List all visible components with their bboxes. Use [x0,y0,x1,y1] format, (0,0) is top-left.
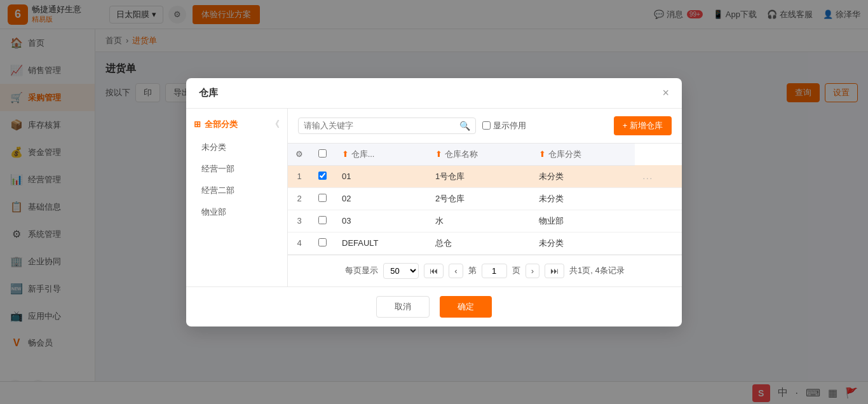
row-category: 未分类 [531,165,635,187]
col-name-header: ⬆ 仓库名称 [428,144,531,166]
first-page-button[interactable]: ⏮ [424,264,444,278]
row-name: 2号仓库 [428,187,531,210]
warehouse-table: ⚙ ⬆ 仓库... ⬆ [288,144,682,255]
category-item-0[interactable]: 未分类 [186,137,287,158]
prev-page-button[interactable]: ‹ [449,264,463,278]
col-checkbox-header [311,144,334,166]
sort-icon: ⬆ [342,149,349,159]
category-item-1[interactable]: 经营一部 [186,158,287,180]
category-all-label: 全部分类 [205,119,238,130]
row-select-checkbox[interactable] [318,172,327,180]
row-checkbox[interactable] [311,210,334,232]
row-select-checkbox[interactable] [318,238,327,246]
add-warehouse-button[interactable]: + 新增仓库 [614,116,672,135]
row-num: 3 [288,210,311,232]
sort-icon-name: ⬆ [435,149,442,159]
table-body: 1 01 1号仓库 未分类 ... 2 02 2号仓库 未分类 3 03 水 物… [288,165,682,254]
row-category: 未分类 [531,187,635,210]
pagination-summary: 共1页, 4条记录 [569,265,625,276]
per-page-label: 每页显示 [345,265,378,276]
cancel-button[interactable]: 取消 [376,296,430,318]
search-box: 🔍 [298,118,476,134]
last-page-button[interactable]: ⏭ [545,264,564,278]
per-page-select[interactable]: 50 20 100 [383,263,419,279]
table-row: 3 03 水 物业部 [288,210,682,232]
collapse-button[interactable]: 《 [271,119,280,130]
col-code-header: ⬆ 仓库... [334,144,428,166]
content-panel: 🔍 显示停用 + 新增仓库 ⚙ [288,109,682,286]
row-checkbox[interactable] [311,165,334,187]
category-item-2[interactable]: 经营二部 [186,180,287,201]
row-actions[interactable]: ... [635,165,682,187]
category-panel: ⊞ 全部分类 《 未分类 经营一部 经营二部 物业部 [186,109,288,286]
category-item-3[interactable]: 物业部 [186,201,287,223]
table-row: 1 01 1号仓库 未分类 ... [288,165,682,187]
col-settings-header: ⚙ [288,144,311,166]
settings-icon: ⚙ [295,149,303,159]
table-row: 2 02 2号仓库 未分类 [288,187,682,210]
row-category: 未分类 [531,232,635,254]
row-checkbox[interactable] [311,187,334,210]
confirm-button[interactable]: 确定 [440,296,492,318]
row-name: 1号仓库 [428,165,531,187]
dialog-close-button[interactable]: × [662,87,669,98]
search-icon[interactable]: 🔍 [459,121,470,131]
row-name: 总仓 [428,232,531,254]
dialog-body: ⊞ 全部分类 《 未分类 经营一部 经营二部 物业部 [186,109,682,286]
warehouse-data-table: ⚙ ⬆ 仓库... ⬆ [288,144,682,255]
page-label: 第 [468,265,477,276]
sort-icon-cat: ⬆ [539,149,546,159]
show-disabled-checkbox[interactable] [482,121,491,130]
col-category-header: ⬆ 仓库分类 [531,144,635,166]
row-select-checkbox[interactable] [318,194,327,202]
row-num: 2 [288,187,311,210]
dialog-overlay: 仓库 × ⊞ 全部分类 《 未分类 经营一部 [0,0,868,404]
category-header: ⊞ 全部分类 《 [186,115,287,137]
dialog-title: 仓库 [199,87,218,99]
search-input[interactable] [304,121,459,130]
row-select-checkbox[interactable] [318,216,327,224]
table-header-row: ⚙ ⬆ 仓库... ⬆ [288,144,682,166]
pagination-bar: 每页显示 50 20 100 ⏮ ‹ 第 页 › ⏭ 共1页, 4条记录 [288,255,682,286]
row-num: 4 [288,232,311,254]
category-all-item[interactable]: ⊞ 全部分类 [194,119,238,130]
row-code: DEFAULT [334,232,428,254]
row-code: 02 [334,187,428,210]
next-page-button[interactable]: › [526,264,539,278]
page-number-input[interactable] [482,264,507,278]
grid-icon: ⊞ [194,119,201,129]
warehouse-dialog: 仓库 × ⊞ 全部分类 《 未分类 经营一部 [186,78,682,327]
select-all-checkbox[interactable] [318,149,327,158]
dialog-header: 仓库 × [186,78,682,109]
show-disabled-label[interactable]: 显示停用 [482,120,526,131]
row-code: 03 [334,210,428,232]
table-row: 4 DEFAULT 总仓 未分类 [288,232,682,254]
row-num: 1 [288,165,311,187]
page-unit-label: 页 [512,265,520,276]
show-disabled-text: 显示停用 [493,120,526,131]
dialog-footer: 取消 确定 [186,286,682,327]
row-category: 物业部 [531,210,635,232]
row-name: 水 [428,210,531,232]
row-code: 01 [334,165,428,187]
row-checkbox[interactable] [311,232,334,254]
content-toolbar: 🔍 显示停用 + 新增仓库 [288,109,682,144]
